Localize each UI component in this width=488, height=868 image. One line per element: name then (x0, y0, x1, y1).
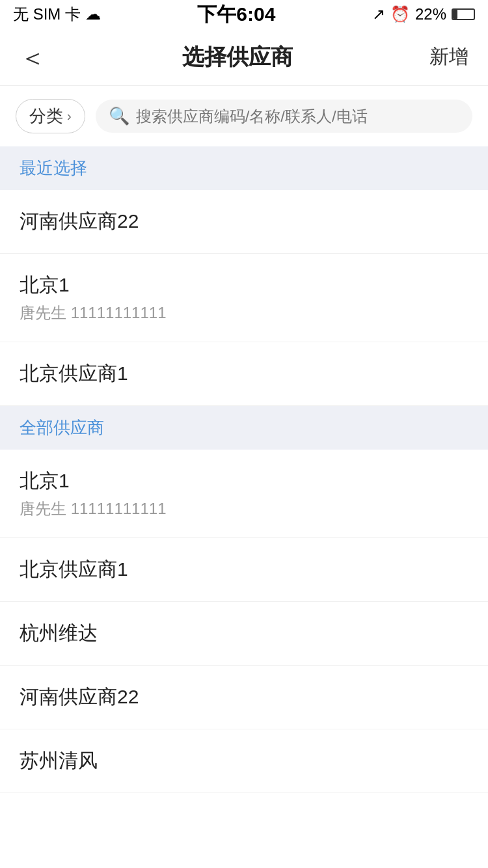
status-right: ↗ ⏰ 22% (372, 5, 475, 23)
category-label: 分类 (29, 105, 63, 128)
status-time: 下午6:04 (197, 1, 275, 28)
chevron-right-icon: › (67, 109, 72, 124)
sim-label: 无 SIM 卡 ☁ (13, 4, 101, 25)
all-section-header: 全部供应商 (0, 406, 488, 450)
recent-section-header: 最近选择 (0, 146, 488, 190)
status-left: 无 SIM 卡 ☁ (13, 4, 101, 25)
list-item[interactable]: 河南供应商22 (0, 666, 488, 729)
list-item[interactable]: 北京供应商1 (0, 538, 488, 602)
list-item[interactable]: 北京供应商1 (0, 342, 488, 406)
recent-section-label: 最近选择 (20, 158, 87, 178)
search-box[interactable]: 🔍 (96, 100, 472, 133)
category-button[interactable]: 分类 › (16, 99, 85, 133)
item-name: 北京供应商1 (20, 556, 468, 583)
item-name: 苏州清风 (20, 748, 468, 774)
filter-bar: 分类 › 🔍 (0, 86, 488, 146)
item-sub: 唐先生 11111111111 (20, 498, 468, 519)
list-item[interactable]: 北京1唐先生 11111111111 (0, 450, 488, 538)
back-button[interactable]: ＜ (20, 44, 46, 70)
status-bar: 无 SIM 卡 ☁ 下午6:04 ↗ ⏰ 22% (0, 0, 488, 29)
item-name: 河南供应商22 (20, 208, 468, 235)
all-items-list: 北京1唐先生 11111111111北京供应商1杭州维达河南供应商22苏州清风 (0, 450, 488, 793)
item-name: 北京供应商1 (20, 360, 468, 387)
item-name: 杭州维达 (20, 620, 468, 647)
item-sub: 唐先生 11111111111 (20, 303, 468, 323)
item-name: 河南供应商22 (20, 684, 468, 711)
battery-icon (452, 8, 475, 20)
new-action-button[interactable]: 新增 (429, 44, 468, 70)
list-item[interactable]: 苏州清风 (0, 729, 488, 793)
search-input[interactable] (136, 107, 459, 126)
item-name: 北京1 (20, 468, 468, 495)
location-icon: ↗ (372, 5, 385, 23)
nav-bar: ＜ 选择供应商 新增 (0, 29, 488, 86)
battery-label: 22% (415, 5, 446, 23)
list-item[interactable]: 杭州维达 (0, 602, 488, 666)
search-icon: 🔍 (109, 106, 129, 126)
all-section-label: 全部供应商 (20, 418, 104, 437)
page-title: 选择供应商 (182, 42, 293, 72)
item-name: 北京1 (20, 272, 468, 299)
list-item[interactable]: 北京1唐先生 11111111111 (0, 254, 488, 342)
recent-items-list: 河南供应商22北京1唐先生 11111111111北京供应商1 (0, 190, 488, 406)
alarm-icon: ⏰ (390, 5, 410, 23)
list-item[interactable]: 河南供应商22 (0, 190, 488, 254)
